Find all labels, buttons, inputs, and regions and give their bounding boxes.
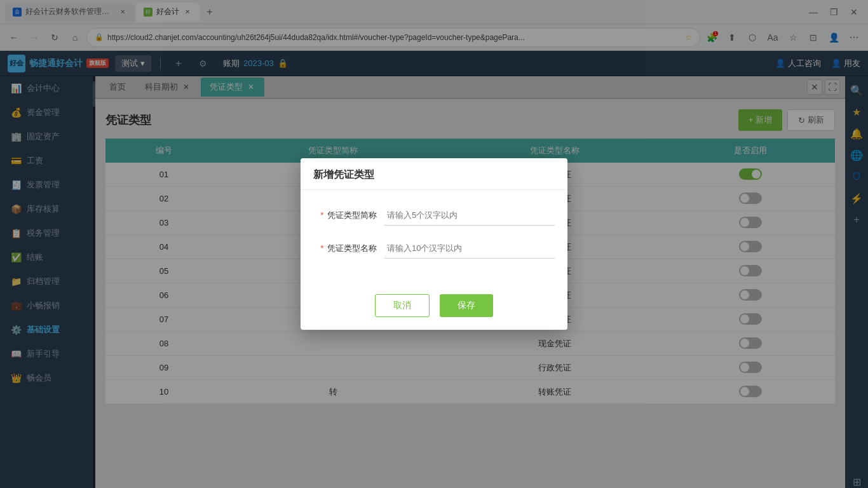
form-row-full: * 凭证类型名称 bbox=[313, 238, 555, 259]
label-text-full: 凭证类型名称 bbox=[327, 243, 377, 253]
label-text-short: 凭证类型简称 bbox=[327, 210, 377, 220]
add-voucher-modal: 新增凭证类型 * 凭证类型简称 * 凭证类型名称 取消 保存 bbox=[301, 158, 567, 330]
save-button[interactable]: 保存 bbox=[440, 294, 493, 317]
form-row-short: * 凭证类型简称 bbox=[313, 205, 555, 226]
modal-title: 新增凭证类型 bbox=[301, 158, 567, 190]
form-label-short: * 凭证类型简称 bbox=[313, 210, 377, 221]
modal-footer: 取消 保存 bbox=[301, 287, 567, 330]
short-name-input[interactable] bbox=[384, 205, 555, 226]
form-label-full: * 凭证类型名称 bbox=[313, 243, 377, 254]
required-mark-full: * bbox=[320, 243, 323, 253]
full-name-input[interactable] bbox=[384, 238, 555, 259]
required-mark-short: * bbox=[320, 210, 323, 220]
modal-body: * 凭证类型简称 * 凭证类型名称 bbox=[301, 190, 567, 287]
cancel-button[interactable]: 取消 bbox=[375, 294, 430, 317]
modal-overlay: 新增凭证类型 * 凭证类型简称 * 凭证类型名称 取消 保存 bbox=[0, 0, 868, 488]
